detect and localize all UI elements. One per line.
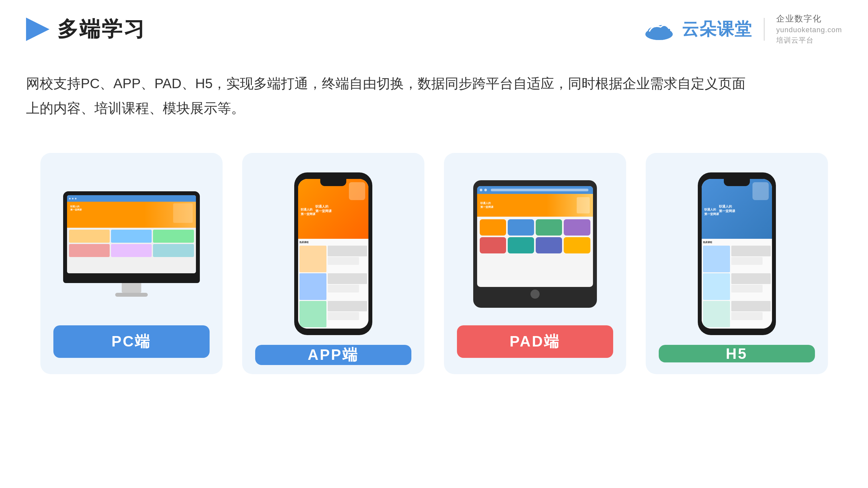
h5-sub-3 [731, 312, 763, 320]
h5-info-2 [731, 273, 771, 300]
app-course-item-1 [300, 246, 367, 272]
h5-phone-outer: 职通人的第一堂网课 热卖课程 [698, 172, 776, 335]
pc-banner-img [173, 203, 193, 223]
app-sub-1 [328, 257, 359, 265]
app-title-3 [328, 301, 367, 312]
pc-nav-dot [72, 198, 73, 199]
pad-banner-img [577, 197, 590, 214]
app-thumb-1 [300, 246, 327, 272]
monitor-base [115, 293, 148, 297]
h5-sub-1 [731, 257, 763, 265]
pad-tablet-screen: 职通人的第一堂网课 [477, 186, 593, 287]
h5-info-1 [731, 246, 771, 272]
pad-card: 职通人的第一堂网课 [444, 153, 626, 374]
pad-grid-7 [536, 237, 562, 254]
app-course-item-3 [300, 301, 367, 328]
monitor-outer: 职通人的第一堂网课 [63, 191, 200, 283]
pc-card-3 [153, 230, 194, 243]
pad-nav-dot [480, 189, 482, 191]
brand-tagline-bottom: 培训云平台 [776, 35, 814, 45]
app-course-item-2 [300, 273, 367, 300]
pad-tablet-outer: 职通人的第一堂网课 [473, 180, 597, 308]
pad-grid-4 [564, 219, 590, 235]
cloud-logo-icon [643, 18, 675, 41]
h5-thumb-1 [703, 246, 730, 272]
app-sub-2 [328, 285, 359, 293]
app-courses-title: 热卖课程 [300, 240, 367, 245]
logo-left: 多端学习 [26, 15, 146, 43]
play-icon [26, 18, 50, 41]
h5-card: 职通人的第一堂网课 热卖课程 [646, 153, 828, 374]
pad-grid-2 [508, 219, 534, 235]
h5-course-item-1 [703, 246, 771, 272]
h5-hero-text: 职通人的第一堂网课 [704, 201, 719, 217]
page-title: 多端学习 [57, 15, 146, 43]
pc-label: PC端 [53, 325, 210, 358]
brand-tagline-url: yunduoketang.com [776, 26, 842, 34]
pad-label: PAD端 [457, 325, 613, 358]
h5-thumb-2 [703, 273, 730, 300]
app-info-1 [328, 246, 367, 272]
app-phone-outer: 职通人的第一堂网课 热卖课程 [294, 172, 372, 335]
app-thumb-2 [300, 273, 327, 300]
pad-grid-8 [564, 237, 590, 254]
pad-banner-text: 职通人的第一堂网课 [480, 201, 493, 209]
app-courses-list: 热卖课程 [298, 239, 368, 329]
h5-phone-notch [724, 179, 750, 186]
app-title-2 [328, 273, 367, 284]
brand-name-container: 云朵课堂 [682, 18, 752, 41]
pc-card-5 [111, 244, 152, 257]
pc-image-area: 职通人的第一堂网课 [53, 172, 210, 316]
pad-home-btn [530, 290, 539, 299]
description-line1: 网校支持PC、APP、PAD、H5，实现多端打通，终端自由切换，数据同步跨平台自… [26, 71, 755, 96]
device-cards-section: 职通人的第一堂网课 [0, 120, 868, 374]
pad-image-area: 职通人的第一堂网课 [457, 172, 613, 316]
monitor-stand [122, 283, 141, 293]
h5-title-2 [731, 273, 771, 284]
description-block: 网校支持PC、APP、PAD、H5，实现多端打通，终端自由切换，数据同步跨平台自… [0, 45, 781, 120]
h5-hero-banner: 职通人的第一堂网课 [702, 179, 772, 239]
h5-courses-list: 热卖课程 [702, 239, 772, 329]
logo-right: 云朵课堂 企业数字化 yunduoketang.com 培训云平台 [643, 13, 842, 45]
pad-grid [477, 217, 593, 256]
app-hero-image [349, 182, 365, 200]
brand-tagline-top: 企业数字化 [776, 13, 822, 24]
pad-tablet-device: 职通人的第一堂网课 [473, 180, 597, 308]
h5-thumb-3 [703, 301, 730, 328]
h5-course-item-2 [703, 273, 771, 300]
app-title-1 [328, 246, 367, 256]
description-line2: 上的内容、培训课程、模块展示等。 [26, 96, 755, 121]
h5-phone-screen: 职通人的第一堂网课 热卖课程 [702, 179, 772, 329]
pc-card-2 [111, 230, 152, 243]
h5-course-item-3 [703, 301, 771, 328]
app-label: APP端 [255, 345, 411, 365]
app-image-area: 职通人的第一堂网课 热卖课程 [255, 172, 411, 335]
pad-nav-dot [484, 189, 487, 191]
svg-marker-0 [26, 18, 50, 41]
app-sub-3 [328, 312, 359, 320]
pad-grid-3 [536, 219, 562, 235]
h5-phone-device: 职通人的第一堂网课 热卖课程 [698, 172, 776, 335]
app-hero-text: 职通人的第一堂网课 [301, 201, 315, 217]
pc-content [67, 228, 196, 259]
pc-card-4 [69, 244, 110, 257]
pc-nav [67, 195, 196, 202]
app-phone-device: 职通人的第一堂网课 热卖课程 [294, 172, 372, 335]
page-header: 多端学习 云朵课堂 企业数字化 yunduoketang.com 培训云平台 [0, 0, 868, 45]
pc-card-6 [153, 244, 194, 257]
pc-card: 职通人的第一堂网课 [40, 153, 223, 374]
h5-label: H5 [659, 345, 815, 362]
app-hero-banner: 职通人的第一堂网课 [298, 179, 368, 239]
app-card: 职通人的第一堂网课 热卖课程 [242, 153, 425, 374]
app-phone-screen: 职通人的第一堂网课 热卖课程 [298, 179, 368, 329]
pc-card-1 [69, 230, 110, 243]
h5-title-1 [731, 246, 771, 256]
pad-grid-6 [508, 237, 534, 254]
h5-image-area: 职通人的第一堂网课 热卖课程 [659, 172, 815, 335]
app-phone-notch [320, 179, 346, 186]
pad-nav-bar [477, 186, 593, 194]
brand-divider [764, 18, 765, 41]
monitor-device: 职通人的第一堂网课 [63, 191, 200, 297]
h5-hero-image [752, 182, 769, 200]
pad-grid-1 [480, 219, 506, 235]
